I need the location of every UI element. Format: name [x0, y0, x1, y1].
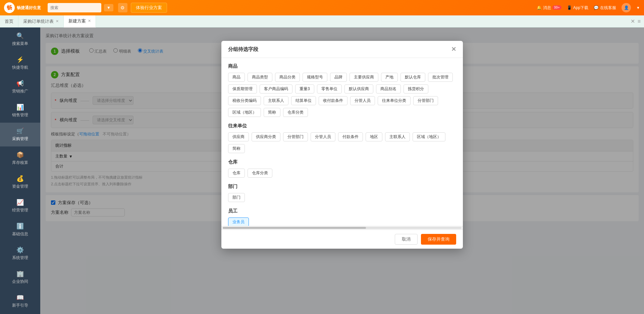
sidebar-item-system[interactable]: ⚙️ 系统管理: [0, 242, 40, 265]
tag-short-name2[interactable]: 简称: [228, 144, 245, 153]
sidebar-item-guide[interactable]: 📖 新手引导: [0, 289, 40, 313]
main-layout: 🔍 搜索菜单 ⚡ 快捷导航 📢 营销推广 📊 销售管理 🛒 采购管理 📦 库存核…: [0, 27, 644, 314]
avatar-icon: 👤: [624, 5, 629, 10]
experience-btn[interactable]: 体验行业方案: [131, 3, 167, 13]
tag-default-supplier[interactable]: 默认供应商: [344, 84, 373, 93]
tag-area[interactable]: 地区: [366, 132, 382, 141]
tag-warehouse-cat[interactable]: 仓库分类: [248, 169, 272, 178]
finance-icon: 💰: [16, 175, 24, 182]
sidebar: 🔍 搜索菜单 ⚡ 快捷导航 📢 营销推广 📊 销售管理 🛒 采购管理 📦 库存核…: [0, 27, 40, 314]
sidebar-item-label: 资金管理: [12, 184, 28, 189]
tag-region2[interactable]: 区域（地区）: [413, 132, 445, 141]
tag-department[interactable]: 部门: [228, 193, 245, 202]
notification-badge: 99+: [552, 5, 561, 10]
section-warehouse-title: 仓库: [228, 159, 456, 165]
tag-payment-condition[interactable]: 付款条件: [338, 132, 363, 141]
tab-new-scheme-label: 新建方案: [68, 18, 86, 24]
sidebar-item-basic-info[interactable]: ℹ️ 基础信息: [0, 218, 40, 242]
app-download-item[interactable]: 📱 App下载: [567, 5, 588, 11]
tag-brand[interactable]: 品牌: [330, 73, 347, 82]
online-service-item[interactable]: 💬 在线客服: [594, 5, 616, 11]
section-goods-title: 商品: [228, 63, 456, 69]
hscroll-thumb: [223, 227, 366, 229]
tag-customer-code[interactable]: 客户商品编码: [260, 84, 292, 93]
tag-default-warehouse[interactable]: 默认仓库: [400, 73, 425, 82]
tag-warehouse[interactable]: 仓库: [228, 169, 245, 178]
tag-warehouse-category[interactable]: 仓库分类: [283, 108, 308, 117]
tag-region[interactable]: 区域（地区）: [228, 108, 261, 117]
tag-supplier[interactable]: 供应商: [228, 132, 249, 141]
tag-retail-unit[interactable]: 零售单位: [317, 84, 342, 93]
tab-close-all-icon[interactable]: ✕: [631, 18, 635, 24]
tag-dept[interactable]: 分管部门: [413, 96, 438, 105]
tag-goods-type[interactable]: 商品类型: [248, 73, 272, 82]
sidebar-item-marketing[interactable]: 📢 营销推广: [0, 75, 40, 99]
tab-menu-icon[interactable]: ≡: [638, 18, 641, 24]
sidebar-item-label: 新手引导: [12, 303, 28, 308]
sidebar-item-finance[interactable]: 💰 资金管理: [0, 170, 40, 194]
modal-title: 分组待选字段: [228, 46, 258, 53]
section-employee: 员工 业务员: [228, 208, 456, 226]
sidebar-item-enterprise[interactable]: 🏢 企业协同: [0, 265, 40, 289]
section-warehouse: 仓库 仓库 仓库分类: [228, 159, 456, 178]
sidebar-item-label: 经营管理: [12, 207, 28, 213]
tag-supplier-category[interactable]: 供应商分类: [252, 132, 280, 141]
avatar[interactable]: 👤: [622, 3, 631, 12]
tag-pick-score[interactable]: 拣货积分: [404, 84, 428, 93]
sidebar-item-sales[interactable]: 📊 销售管理: [0, 99, 40, 123]
marketing-icon: 📢: [16, 80, 24, 87]
search-dropdown-btn[interactable]: ▼: [104, 4, 113, 11]
sidebar-item-quick-nav[interactable]: ⚡ 快捷导航: [0, 51, 40, 75]
modal-close-icon[interactable]: ✕: [451, 46, 456, 53]
tag-mgmt-dept[interactable]: 分管部门: [283, 132, 308, 141]
tab-purchase-stats[interactable]: 采购订单统计表 ✕: [18, 15, 64, 27]
tab-new-scheme-close-icon[interactable]: ✕: [88, 19, 91, 23]
modal-hscrollbar[interactable]: [221, 226, 463, 230]
tag-spec-model[interactable]: 规格型号: [303, 73, 327, 82]
logo-area: 畅 畅捷通好生意: [4, 2, 44, 13]
tag-supervisor[interactable]: 分管人员: [350, 96, 375, 105]
tag-main-contact[interactable]: 主联系人: [264, 96, 288, 105]
tag-goods[interactable]: 商品: [228, 73, 245, 82]
tag-payment-terms[interactable]: 收付款条件: [319, 96, 347, 105]
section-partner-title: 往来单位: [228, 123, 456, 129]
notification-label: 消息: [543, 5, 551, 11]
sidebar-item-label: 采购管理: [12, 136, 28, 142]
section-goods-tags: 商品 商品类型 商品分类 规格型号 品牌 主要供应商 产地 默认仓库 批次管理 …: [228, 73, 456, 117]
modal: 分组待选字段 ✕ 商品 商品 商品类型 商品分类 规格型号 品牌 主要供应商: [221, 41, 463, 249]
tab-purchase-close-icon[interactable]: ✕: [56, 19, 59, 23]
user-name: ▼: [636, 6, 640, 10]
settings-icon[interactable]: ⚙: [118, 3, 127, 12]
section-department-tags: 部门: [228, 193, 456, 202]
sidebar-item-operations[interactable]: 📈 经营管理: [0, 194, 40, 218]
tag-goods-alias[interactable]: 商品别名: [376, 84, 401, 93]
tag-expiry-mgmt[interactable]: 保质期管理: [228, 84, 257, 93]
phone-icon: 📱: [567, 5, 572, 10]
tag-weight3[interactable]: 重量3: [295, 84, 314, 93]
tag-tax-code[interactable]: 税收分类编码: [228, 96, 261, 105]
tag-salesperson[interactable]: 业务员: [228, 217, 249, 226]
tag-origin[interactable]: 产地: [381, 73, 398, 82]
sidebar-item-search-menu[interactable]: 🔍 搜索菜单: [0, 27, 40, 51]
sidebar-item-purchase[interactable]: 🛒 采购管理: [0, 123, 40, 146]
tag-main-supplier[interactable]: 主要供应商: [350, 73, 378, 82]
tab-bar: 首页 采购订单统计表 ✕ 新建方案 ✕ ✕ ≡: [0, 15, 644, 27]
tag-partner-category[interactable]: 往来单位分类: [378, 96, 411, 105]
tag-goods-category[interactable]: 商品分类: [275, 73, 300, 82]
tag-short-name[interactable]: 简称: [264, 108, 280, 117]
sidebar-item-label: 企业协同: [12, 279, 28, 285]
notification-item[interactable]: 🔔 消息 99+: [537, 5, 561, 11]
guide-icon: 📖: [16, 294, 24, 301]
service-icon: 💬: [594, 5, 599, 10]
tab-home[interactable]: 首页: [0, 15, 18, 27]
purchase-icon: 🛒: [16, 127, 24, 135]
tag-settle-unit[interactable]: 结算单位: [291, 96, 316, 105]
search-input[interactable]: [48, 3, 101, 12]
sidebar-item-inventory[interactable]: 📦 库存核算: [0, 146, 40, 170]
tag-mgmt-person[interactable]: 分管人员: [311, 132, 335, 141]
modal-confirm-btn[interactable]: 保存并查询: [421, 234, 456, 245]
modal-cancel-btn[interactable]: 取消: [395, 234, 418, 245]
tag-main-contact2[interactable]: 主联系人: [385, 132, 410, 141]
tab-new-scheme[interactable]: 新建方案 ✕: [64, 15, 96, 27]
tag-batch-mgmt[interactable]: 批次管理: [428, 73, 453, 82]
